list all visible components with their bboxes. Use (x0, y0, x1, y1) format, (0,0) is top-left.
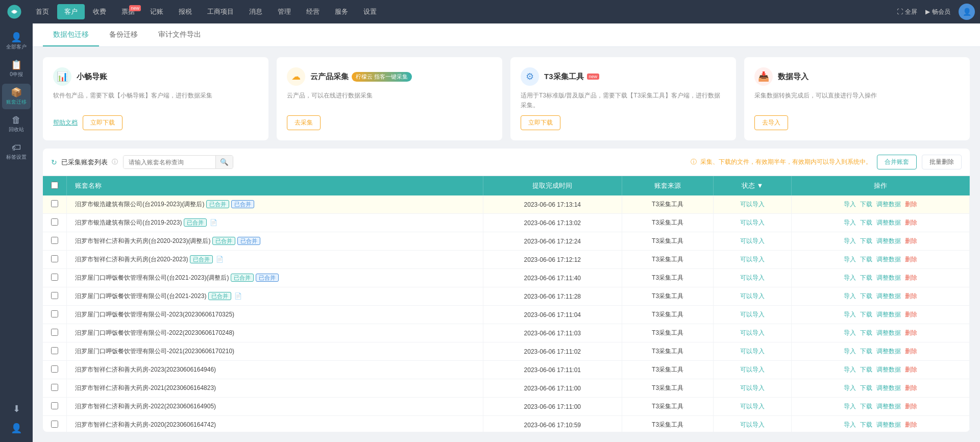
action-删除[interactable]: 删除 (905, 201, 917, 208)
nav-item-消息[interactable]: 消息 (242, 4, 270, 19)
tab-item-2[interactable]: 审计文件导出 (148, 24, 211, 46)
sidebar-item-4[interactable]: 🏷标签设置 (2, 139, 31, 164)
action-导入[interactable]: 导入 (844, 421, 856, 428)
action-导入[interactable]: 导入 (844, 201, 856, 208)
card-btn-import[interactable]: 去导入 (754, 115, 788, 130)
action-调整数据[interactable]: 调整数据 (876, 237, 901, 244)
action-导入[interactable]: 导入 (844, 256, 856, 263)
sidebar-item-2[interactable]: 📦账套迁移 (2, 84, 31, 109)
action-下载[interactable]: 下载 (860, 348, 872, 355)
row-checkbox[interactable] (51, 310, 58, 317)
row-checkbox[interactable] (51, 347, 58, 354)
select-all-checkbox[interactable] (51, 182, 58, 189)
file-icon[interactable]: 📄 (216, 256, 224, 263)
tab-item-0[interactable]: 数据包迁移 (43, 24, 99, 46)
action-下载[interactable]: 下载 (860, 311, 872, 318)
action-调整数据[interactable]: 调整数据 (876, 421, 901, 428)
action-删除[interactable]: 删除 (905, 237, 917, 244)
action-删除[interactable]: 删除 (905, 256, 917, 263)
avatar[interactable]: 👤 (959, 4, 975, 20)
action-删除[interactable]: 删除 (905, 292, 917, 300)
action-导入[interactable]: 导入 (844, 311, 856, 318)
action-调整数据[interactable]: 调整数据 (876, 256, 901, 263)
action-下载[interactable]: 下载 (860, 201, 872, 208)
action-导入[interactable]: 导入 (844, 403, 856, 410)
action-调整数据[interactable]: 调整数据 (876, 366, 901, 373)
action-导入[interactable]: 导入 (844, 237, 856, 244)
sidebar-item-3[interactable]: 🗑回收站 (2, 111, 31, 137)
action-调整数据[interactable]: 调整数据 (876, 292, 901, 300)
row-checkbox[interactable] (51, 329, 58, 336)
action-下载[interactable]: 下载 (860, 403, 872, 410)
card-btn-cloud[interactable]: 去采集 (287, 115, 321, 130)
action-调整数据[interactable]: 调整数据 (876, 329, 901, 336)
nav-item-票据[interactable]: 票据new (114, 4, 142, 19)
action-删除[interactable]: 删除 (905, 219, 917, 226)
sidebar-item-1[interactable]: 📋0申报 (2, 56, 31, 82)
nav-item-管理[interactable]: 管理 (271, 4, 298, 19)
action-调整数据[interactable]: 调整数据 (876, 348, 901, 355)
action-导入[interactable]: 导入 (844, 274, 856, 281)
action-删除[interactable]: 删除 (905, 384, 917, 391)
nav-item-经营[interactable]: 经营 (299, 4, 327, 19)
tab-item-1[interactable]: 备份迁移 (99, 24, 148, 46)
row-checkbox[interactable] (51, 274, 58, 281)
member-btn[interactable]: ▶ 畅会员 (925, 8, 950, 16)
action-删除[interactable]: 删除 (905, 311, 917, 318)
action-导入[interactable]: 导入 (844, 292, 856, 300)
action-下载[interactable]: 下载 (860, 292, 872, 300)
nav-item-服务[interactable]: 服务 (328, 4, 355, 19)
action-下载[interactable]: 下载 (860, 421, 872, 428)
fullscreen-btn[interactable]: ⛶ 全屏 (897, 8, 917, 16)
action-下载[interactable]: 下载 (860, 219, 872, 226)
action-导入[interactable]: 导入 (844, 219, 856, 226)
action-导入[interactable]: 导入 (844, 329, 856, 336)
action-删除[interactable]: 删除 (905, 348, 917, 355)
action-删除[interactable]: 删除 (905, 403, 917, 410)
row-checkbox[interactable] (51, 200, 58, 207)
action-调整数据[interactable]: 调整数据 (876, 219, 901, 226)
action-导入[interactable]: 导入 (844, 366, 856, 373)
action-导入[interactable]: 导入 (844, 348, 856, 355)
file-icon[interactable]: 📄 (210, 219, 217, 226)
help-icon[interactable]: ⓘ (112, 158, 118, 166)
action-下载[interactable]: 下载 (860, 256, 872, 263)
nav-item-收费[interactable]: 收费 (86, 4, 113, 19)
nav-item-记账[interactable]: 记账 (143, 4, 170, 19)
batch-delete-button[interactable]: 批量删除 (922, 155, 962, 169)
nav-item-客户[interactable]: 客户 (57, 4, 85, 19)
action-删除[interactable]: 删除 (905, 366, 917, 373)
nav-item-设置[interactable]: 设置 (356, 4, 384, 19)
nav-item-工商项目[interactable]: 工商项目 (200, 4, 241, 19)
row-checkbox[interactable] (51, 384, 58, 391)
row-checkbox[interactable] (51, 255, 58, 262)
action-调整数据[interactable]: 调整数据 (876, 403, 901, 410)
sidebar-bottom-item-0[interactable]: ⬇ (2, 400, 31, 418)
action-删除[interactable]: 删除 (905, 329, 917, 336)
row-checkbox[interactable] (51, 237, 58, 244)
action-调整数据[interactable]: 调整数据 (876, 201, 901, 208)
card-link[interactable]: 帮助文档 (53, 118, 78, 127)
action-下载[interactable]: 下载 (860, 274, 872, 281)
row-checkbox[interactable] (51, 292, 58, 299)
search-button[interactable]: 🔍 (215, 156, 233, 168)
logo[interactable] (5, 3, 23, 21)
card-btn-xiaochangzhang[interactable]: 立即下载 (83, 115, 122, 130)
nav-item-报税[interactable]: 报税 (172, 4, 199, 19)
row-checkbox[interactable] (51, 402, 58, 409)
action-调整数据[interactable]: 调整数据 (876, 274, 901, 281)
action-下载[interactable]: 下载 (860, 237, 872, 244)
action-删除[interactable]: 删除 (905, 421, 917, 428)
action-删除[interactable]: 删除 (905, 274, 917, 281)
card-btn-t3[interactable]: 立即下载 (521, 115, 560, 130)
sidebar-bottom-item-1[interactable]: 👤 (2, 420, 31, 437)
action-调整数据[interactable]: 调整数据 (876, 384, 901, 391)
sidebar-item-0[interactable]: 👤全部客户 (2, 29, 31, 54)
action-下载[interactable]: 下载 (860, 384, 872, 391)
merge-button[interactable]: 合并账套 (877, 155, 917, 169)
search-input[interactable] (124, 156, 215, 168)
action-下载[interactable]: 下载 (860, 366, 872, 373)
row-checkbox[interactable] (51, 421, 58, 428)
refresh-icon[interactable]: ↻ (51, 158, 57, 166)
row-checkbox[interactable] (51, 218, 58, 226)
